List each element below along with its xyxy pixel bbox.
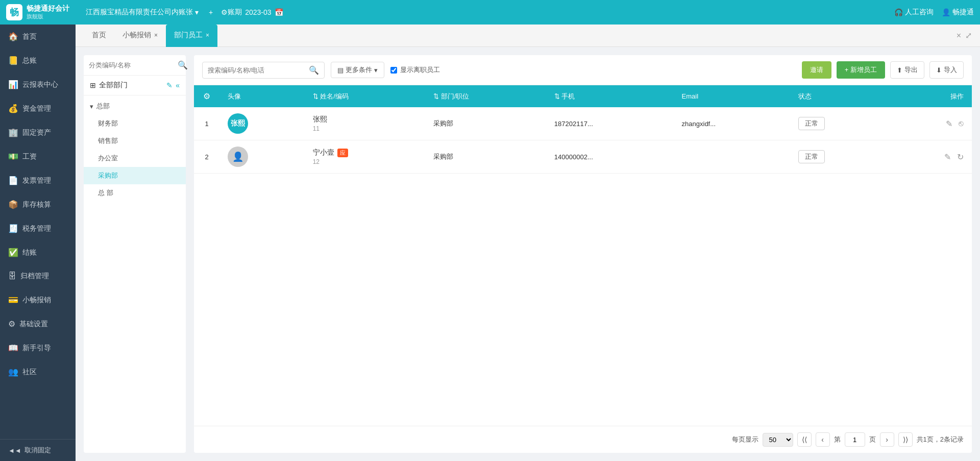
collapse-dept-button[interactable]: « bbox=[176, 81, 180, 89]
import-button[interactable]: ⬇ 导入 bbox=[929, 61, 964, 79]
table-settings-icon[interactable]: ⚙ bbox=[203, 92, 210, 101]
dept-item-office[interactable]: 办公室 bbox=[84, 150, 186, 167]
header-right: 🎧 人工咨询 👤 畅捷通 bbox=[894, 8, 974, 17]
row1-dept: 采购部 bbox=[425, 107, 546, 140]
col-phone[interactable]: ⇅ 手机 bbox=[546, 85, 674, 107]
tab-dept-staff-label: 部门员工 bbox=[174, 31, 203, 40]
sidebar-item-tax[interactable]: 🧾 税务管理 bbox=[0, 216, 76, 240]
sidebar-item-reports[interactable]: 📊 云报表中心 bbox=[0, 72, 76, 96]
sidebar-item-invoice[interactable]: 📄 发票管理 bbox=[0, 168, 76, 192]
col-email: Email bbox=[674, 85, 790, 107]
per-page-select[interactable]: 50 20 100 bbox=[763, 433, 793, 447]
all-dept-header[interactable]: ⊞ 全部部门 ✎ « bbox=[84, 76, 186, 95]
prev-page-button[interactable]: ‹ bbox=[816, 432, 830, 447]
dept-tree: ▾ 总部 财务部 销售部 办公室 采购部 bbox=[84, 95, 186, 204]
chevron-down-icon: ▾ bbox=[90, 103, 93, 110]
tab-dept-staff[interactable]: 部门员工 × bbox=[166, 25, 217, 47]
period-label: 账期 bbox=[228, 8, 242, 17]
page-content: 🔍 ⊞ 全部部门 ✎ « ▾ 总部 bbox=[76, 47, 980, 461]
row2-refresh-icon[interactable]: ↻ bbox=[957, 152, 964, 162]
dept-item-hq-sub[interactable]: 总 部 bbox=[84, 184, 186, 202]
close-panel-button[interactable]: × bbox=[957, 31, 961, 40]
sidebar-item-ledger[interactable]: 📒 总账 bbox=[0, 48, 76, 72]
show-resigned-checkbox-label[interactable]: 显示离职员工 bbox=[390, 65, 440, 75]
col-dept[interactable]: ⇅ 部门/职位 bbox=[425, 85, 546, 107]
employee-panel: 🔍 ▤ 更多条件 ▾ 显示离职员工 邀请 bbox=[194, 55, 972, 453]
col-name[interactable]: ⇅ 姓名/编码 bbox=[305, 85, 426, 107]
dept-group-hq-header[interactable]: ▾ 总部 bbox=[84, 98, 186, 115]
row1-status-badge: 正常 bbox=[798, 117, 825, 130]
next-page-button[interactable]: › bbox=[880, 432, 894, 447]
sidebar-item-community[interactable]: 👥 社区 bbox=[0, 360, 76, 384]
employee-search-bar[interactable]: 🔍 bbox=[202, 62, 325, 79]
export-icon: ⬆ bbox=[897, 66, 902, 74]
current-page-input[interactable] bbox=[845, 432, 865, 447]
dept-sales-label: 销售部 bbox=[98, 137, 118, 144]
calendar-icon[interactable]: 📅 bbox=[275, 8, 283, 16]
add-employee-button[interactable]: + 新增员工 bbox=[837, 61, 885, 79]
ai-consult-btn[interactable]: 🎧 人工咨询 bbox=[894, 8, 934, 17]
sidebar-item-funds[interactable]: 💰 资金管理 bbox=[0, 96, 76, 120]
row1-edit-icon[interactable]: ✎ bbox=[946, 119, 952, 129]
dept-item-purchase[interactable]: 采购部 bbox=[84, 167, 186, 184]
filter-btn-label: 更多条件 bbox=[346, 65, 372, 75]
row2-status-badge: 正常 bbox=[798, 150, 825, 163]
sidebar-item-expense[interactable]: 💳 小畅报销 bbox=[0, 288, 76, 312]
user-menu[interactable]: 👤 畅捷通 bbox=[942, 8, 974, 17]
edit-dept-button[interactable]: ✎ bbox=[166, 81, 173, 89]
sidebar-label-archive: 归档管理 bbox=[20, 272, 49, 281]
show-resigned-text: 显示离职员工 bbox=[400, 65, 440, 75]
more-filter-button[interactable]: ▤ 更多条件 ▾ bbox=[331, 62, 384, 78]
company-selector[interactable]: 江西服宝精品有限责任公司内账张 ▾ bbox=[86, 8, 199, 17]
sidebar-item-inventory[interactable]: 📦 库存核算 bbox=[0, 192, 76, 216]
sidebar-item-salary[interactable]: 💵 工资 bbox=[0, 144, 76, 168]
col-status: 状态 bbox=[790, 85, 889, 107]
unpin-button[interactable]: ◄◄ 取消固定 bbox=[0, 439, 76, 461]
dept-group-hq-label: 总部 bbox=[96, 102, 110, 111]
content-area: 首页 小畅报销 × 部门员工 × × ⤢ 🔍 bbox=[76, 25, 980, 461]
company-dropdown-icon[interactable]: ▾ bbox=[195, 8, 199, 16]
invite-btn-label: 邀请 bbox=[810, 66, 823, 74]
settings-button[interactable]: ⚙ bbox=[221, 8, 228, 16]
invite-button[interactable]: 邀请 bbox=[802, 61, 831, 79]
export-button[interactable]: ⬆ 导出 bbox=[890, 61, 924, 79]
employee-search-input[interactable] bbox=[208, 66, 306, 74]
unpin-label: 取消固定 bbox=[24, 446, 51, 455]
tab-expense-close[interactable]: × bbox=[154, 32, 158, 39]
period-value[interactable]: 2023-03 bbox=[245, 8, 271, 16]
settings-nav-icon: ⚙ bbox=[8, 319, 15, 329]
header-actions: + ⚙ bbox=[209, 8, 228, 16]
tab-expense[interactable]: 小畅报销 × bbox=[114, 25, 166, 47]
add-tab-button[interactable]: + bbox=[209, 8, 213, 16]
col-settings[interactable]: ⚙ bbox=[194, 85, 219, 107]
tax-icon: 🧾 bbox=[8, 224, 18, 233]
row1-exit-icon[interactable]: ⎋ bbox=[959, 119, 964, 129]
user-name: 畅捷通 bbox=[952, 8, 974, 17]
sidebar-item-home[interactable]: 🏠 首页 bbox=[0, 25, 76, 48]
last-page-button[interactable]: ⟩⟩ bbox=[898, 432, 913, 447]
expand-panel-button[interactable]: ⤢ bbox=[965, 31, 972, 40]
logo-subtitle: 旗舰版 bbox=[27, 13, 69, 20]
show-resigned-checkbox[interactable] bbox=[390, 67, 397, 74]
headset-icon: 🎧 bbox=[894, 8, 903, 16]
sidebar-item-guide[interactable]: 📖 新手引导 bbox=[0, 336, 76, 360]
sidebar-item-checkout[interactable]: ✅ 结账 bbox=[0, 240, 76, 264]
dept-item-sales[interactable]: 销售部 bbox=[84, 132, 186, 150]
tab-home[interactable]: 首页 bbox=[84, 25, 114, 47]
dept-item-finance[interactable]: 财务部 bbox=[84, 115, 186, 132]
sidebar-label-tax: 税务管理 bbox=[22, 224, 51, 233]
dept-search-input[interactable] bbox=[89, 61, 175, 69]
sidebar-item-archive[interactable]: 🗄 归档管理 bbox=[0, 264, 76, 288]
dept-finance-label: 财务部 bbox=[98, 119, 118, 127]
sidebar-item-settings[interactable]: ⚙ 基础设置 bbox=[0, 312, 76, 336]
tab-dept-staff-close[interactable]: × bbox=[206, 32, 209, 39]
sidebar-label-settings: 基础设置 bbox=[19, 320, 48, 329]
search-icon[interactable]: 🔍 bbox=[309, 65, 319, 75]
row2-edit-icon[interactable]: ✎ bbox=[944, 152, 951, 162]
sidebar-item-assets[interactable]: 🏢 固定资产 bbox=[0, 120, 76, 144]
first-page-button[interactable]: ⟨⟨ bbox=[797, 432, 812, 447]
toolbar-right-actions: 邀请 + 新增员工 ⬆ 导出 ⬇ 导入 bbox=[802, 61, 964, 79]
dept-search-icon[interactable]: 🔍 bbox=[178, 60, 188, 70]
row2-dept: 采购部 bbox=[425, 140, 546, 174]
row2-avatar: 👤 bbox=[219, 140, 305, 174]
